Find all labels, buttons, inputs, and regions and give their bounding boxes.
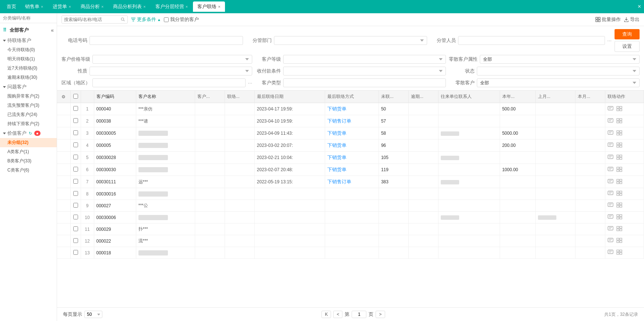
- contact-column-header[interactable]: 联络...: [225, 91, 254, 103]
- row-last-contact-type[interactable]: 下销售订单: [325, 176, 379, 188]
- grid-action-icon[interactable]: [616, 167, 622, 173]
- name-column-header[interactable]: 客户名称: [136, 91, 195, 103]
- sidebar-item-overdue[interactable]: 逾期未联络(30): [0, 73, 57, 82]
- filter-retail-select[interactable]: 全部: [477, 78, 640, 87]
- tab-purchase-order[interactable]: 进货单 ×: [48, 1, 75, 12]
- close-tab-sales[interactable]: ×: [41, 4, 43, 9]
- checkbox-column-header[interactable]: [70, 91, 81, 103]
- sidebar-item-hoarding-abnormal[interactable]: 囤购异常客户(2): [0, 92, 57, 101]
- chat-icon[interactable]: [608, 238, 613, 244]
- page-size-select[interactable]: 20 50 100: [84, 311, 102, 318]
- chat-icon[interactable]: [608, 167, 613, 173]
- row-last-contact-type[interactable]: 下销货单: [325, 140, 379, 152]
- last-contact-type-link[interactable]: 下销货单: [327, 130, 346, 136]
- more-conditions-button[interactable]: 更多条件 ▲: [131, 16, 161, 23]
- batch-operation-button[interactable]: 批量操作: [595, 16, 621, 23]
- grid-action-icon[interactable]: [616, 118, 622, 124]
- row-checkbox[interactable]: [73, 203, 78, 208]
- sidebar-item-churned[interactable]: 已流失客户(24): [0, 110, 57, 119]
- chat-icon[interactable]: [608, 155, 613, 161]
- first-page-button[interactable]: K: [321, 311, 331, 318]
- row-checkbox[interactable]: [73, 167, 78, 172]
- row-last-contact-type[interactable]: [325, 235, 379, 247]
- refresh-value-icon[interactable]: ↻: [29, 131, 32, 136]
- row-checkbox[interactable]: [73, 106, 78, 111]
- select-all-checkbox[interactable]: [73, 94, 78, 99]
- row-last-contact-type[interactable]: 下销货单: [325, 103, 379, 115]
- sidebar-item-class-a[interactable]: A类客户(1): [0, 147, 57, 156]
- row-checkbox[interactable]: [73, 118, 78, 123]
- sidebar-search-input[interactable]: [3, 15, 57, 21]
- grid-action-icon[interactable]: [616, 155, 622, 161]
- filter-customer-level-select[interactable]: [283, 55, 446, 64]
- grid-action-icon[interactable]: [616, 238, 622, 244]
- chat-icon[interactable]: [608, 118, 613, 124]
- tab-product-analysis[interactable]: 商品分析 ×: [76, 1, 108, 12]
- sidebar-item-class-b[interactable]: B类客户(33): [0, 156, 57, 166]
- grid-action-icon[interactable]: [616, 191, 622, 197]
- row-last-contact-type[interactable]: [325, 188, 379, 200]
- query-button[interactable]: 查询: [615, 29, 640, 39]
- last-month-header[interactable]: 上月...: [535, 91, 575, 103]
- grid-action-icon[interactable]: [616, 106, 622, 112]
- last-contact-type-link[interactable]: 下销售订单: [327, 179, 351, 184]
- tab-customer-segment[interactable]: 客户分层经营 ×: [151, 1, 192, 12]
- sidebar-item-today[interactable]: 今天待联络(0): [0, 45, 57, 54]
- grid-action-icon[interactable]: [616, 202, 622, 209]
- last-contact-type-link[interactable]: 下销货单: [327, 155, 346, 160]
- row-last-contact-type[interactable]: [325, 212, 379, 223]
- last-contact-type-link[interactable]: 下销货单: [327, 106, 346, 112]
- close-tab-purchase[interactable]: ×: [68, 4, 71, 9]
- last-contact-date-header[interactable]: 最后联络日期: [254, 91, 325, 103]
- sidebar-item-tomorrow[interactable]: 明天待联络(1): [0, 54, 57, 64]
- last-contact-type-link[interactable]: 下销售订单: [327, 118, 351, 124]
- chat-icon[interactable]: [608, 179, 613, 185]
- nav-home[interactable]: 首页: [3, 3, 20, 10]
- row-last-contact-type[interactable]: [325, 223, 379, 235]
- grid-action-icon[interactable]: [616, 250, 622, 256]
- chat-icon[interactable]: [608, 226, 613, 232]
- row-checkbox[interactable]: [73, 226, 78, 231]
- filter-price-level-select[interactable]: [92, 55, 252, 64]
- filter-nature-select[interactable]: [89, 67, 252, 75]
- row-checkbox[interactable]: [73, 238, 78, 243]
- section-problem-customers[interactable]: 问题客户: [0, 82, 57, 92]
- my-customers-checkbox-label[interactable]: 我分管的客户: [164, 16, 199, 23]
- section-value-customers[interactable]: 价值客户 ↻ ●: [0, 128, 57, 138]
- grid-action-icon[interactable]: [616, 226, 622, 232]
- filter-status-select[interactable]: [477, 67, 640, 75]
- row-checkbox[interactable]: [73, 191, 78, 196]
- gear-column-header[interactable]: ⚙: [57, 91, 70, 103]
- close-tab-analysis-list[interactable]: ×: [143, 4, 145, 9]
- chat-icon[interactable]: [608, 106, 613, 112]
- grid-action-icon[interactable]: [616, 214, 622, 221]
- chat-icon[interactable]: [608, 142, 613, 149]
- grid-action-icon[interactable]: [616, 130, 622, 137]
- reset-button[interactable]: 设置: [615, 41, 640, 52]
- sidebar-item-7days[interactable]: 近7天待联络(0): [0, 64, 57, 73]
- last-contact-type-link[interactable]: 下销货单: [327, 167, 346, 172]
- filter-region-input[interactable]: [92, 78, 246, 87]
- close-tab-contact[interactable]: ×: [218, 4, 220, 9]
- all-customers-item[interactable]: ⠿ 全部客户 «: [0, 25, 57, 36]
- prev-page-button[interactable]: <: [333, 311, 342, 318]
- row-last-contact-type[interactable]: [325, 247, 379, 259]
- row-last-contact-type[interactable]: 下销售订单: [325, 115, 379, 127]
- chat-icon[interactable]: [608, 191, 613, 197]
- row-checkbox[interactable]: [73, 250, 78, 255]
- filter-customer-type-input[interactable]: [283, 78, 446, 87]
- filter-phone-input[interactable]: [89, 36, 243, 45]
- row-last-contact-type[interactable]: 下销货单: [325, 164, 379, 176]
- row-checkbox[interactable]: [73, 142, 78, 147]
- my-customers-checkbox[interactable]: [164, 17, 169, 22]
- this-year-header[interactable]: 本年...: [500, 91, 535, 103]
- search-input[interactable]: [64, 17, 119, 22]
- chat-icon[interactable]: [608, 214, 613, 221]
- filter-person-input[interactable]: [458, 36, 605, 45]
- sidebar-item-churn-warning[interactable]: 流失预警客户(3): [0, 101, 57, 110]
- search-button-icon[interactable]: [121, 17, 125, 22]
- sidebar-item-unassigned[interactable]: 未分组(32): [0, 138, 57, 147]
- row-checkbox[interactable]: [73, 155, 78, 159]
- tab-product-analysis-list[interactable]: 商品分析列表 ×: [109, 1, 150, 12]
- sidebar-item-declining[interactable]: 持续下滑客户(2): [0, 119, 57, 128]
